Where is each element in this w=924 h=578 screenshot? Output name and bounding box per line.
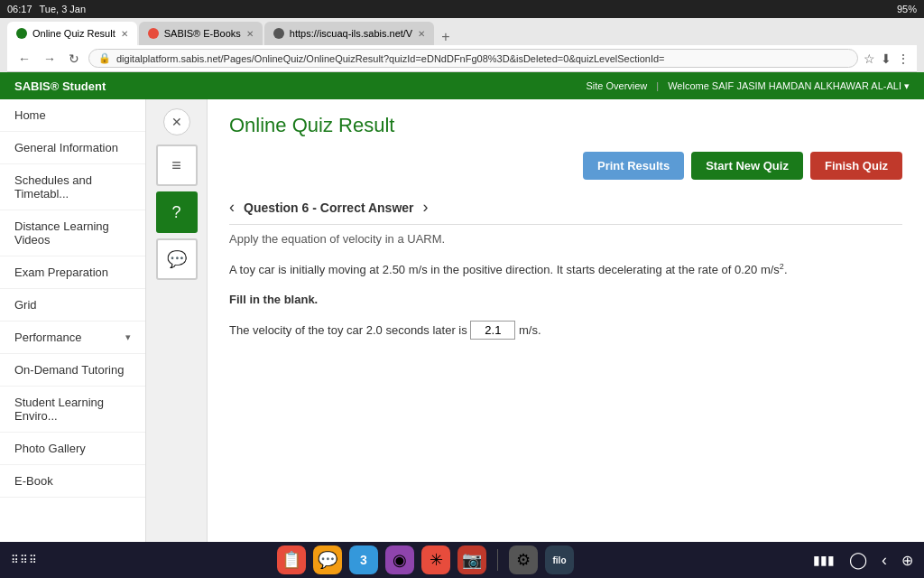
sidebar-label-general-info: General Information (14, 141, 118, 154)
taskbar-app-6[interactable]: 📷 (457, 545, 486, 574)
tab-favicon-3 (273, 28, 284, 39)
question-nav: ‹ Question 6 - Correct Answer › (229, 198, 902, 225)
sidebar-item-student-learning[interactable]: Student Learning Enviro... (0, 387, 145, 433)
tab-iscuaq[interactable]: https://iscuaq-ils.sabis.net/V ✕ (264, 22, 434, 45)
taskbar-app-3[interactable]: 3 (349, 545, 378, 574)
taskbar-nav: ▮▮▮ ◯ ‹ ⊕ (813, 550, 913, 570)
tab-close-1[interactable]: ✕ (121, 29, 128, 39)
thumbnail-box-3[interactable]: 💬 (156, 238, 198, 280)
question-text-line1: A toy car is initially moving at 2.50 m/… (229, 260, 902, 280)
sidebar-label-on-demand: On-Demand Tutoring (14, 363, 124, 377)
sidebar-item-on-demand[interactable]: On-Demand Tutoring (0, 354, 145, 387)
taskbar-settings[interactable]: ⚙ (509, 545, 538, 574)
list-icon: ≡ (171, 156, 181, 175)
sidebar-item-performance[interactable]: Performance ▾ (0, 322, 145, 354)
taskbar-grid-icon[interactable]: ▮▮▮ (813, 553, 835, 567)
question-mark-icon: ? (171, 203, 180, 222)
taskbar-app-2[interactable]: 💬 (313, 545, 342, 574)
status-date: Tue, 3 Jan (40, 4, 87, 14)
taskbar-home-icon[interactable]: ◯ (849, 550, 867, 570)
download-icon[interactable]: ⬇ (881, 51, 892, 66)
quiz-main-content: Online Quiz Result Print Results Start N… (208, 99, 924, 542)
fill-in-blank-label: Fill in the blank. (229, 291, 902, 310)
sidebar-item-general-info[interactable]: General Information (0, 132, 145, 164)
question-body: A toy car is initially moving at 2.50 m/… (229, 260, 902, 340)
main-layout: Home General Information Schedules and T… (0, 99, 924, 542)
back-button[interactable]: ← (14, 50, 34, 68)
action-buttons: Print Results Start New Quiz Finish Quiz (229, 152, 902, 180)
taskbar-back-icon[interactable]: ‹ (882, 551, 887, 570)
next-question-button[interactable]: › (423, 198, 429, 217)
sidebar-label-student-learning: Student Learning Enviro... (14, 396, 131, 423)
thumbnail-panel: ✕ ≡ ? 💬 (146, 99, 208, 542)
taskbar-app-4[interactable]: ◉ (385, 545, 414, 574)
sidebar-label-exam-prep: Exam Preparation (14, 266, 108, 279)
sidebar: Home General Information Schedules and T… (0, 99, 146, 542)
sabis-separator: | (656, 80, 659, 91)
print-results-button[interactable]: Print Results (583, 152, 684, 180)
taskbar-filo[interactable]: filo (545, 545, 574, 574)
tab-close-3[interactable]: ✕ (418, 29, 425, 39)
status-battery: 95% (897, 4, 917, 14)
thumbnail-box-1[interactable]: ≡ (156, 144, 198, 186)
chevron-down-icon: ▾ (125, 331, 131, 343)
start-new-quiz-button[interactable]: Start New Quiz (691, 152, 803, 180)
sidebar-item-photo-gallery[interactable]: Photo Gallery (0, 433, 145, 465)
sidebar-label-performance: Performance (14, 331, 81, 344)
sidebar-item-grid[interactable]: Grid (0, 289, 145, 322)
status-time: 06:17 (7, 4, 32, 14)
sidebar-label-home: Home (14, 108, 46, 122)
content-area: ✕ ≡ ? 💬 Online Quiz Result Print Results… (146, 99, 924, 542)
tab-favicon-1 (16, 28, 27, 39)
browser-chrome: Online Quiz Result ✕ SABIS® E-Books ✕ ht… (0, 18, 924, 72)
tab-ebooks[interactable]: SABIS® E-Books ✕ (139, 22, 263, 45)
sabis-brand: SABIS® Student (14, 79, 106, 93)
answer-input[interactable] (470, 321, 515, 340)
sidebar-item-schedules[interactable]: Schedules and Timetabl... (0, 164, 145, 210)
sidebar-label-grid: Grid (14, 298, 37, 312)
taskbar-divider (497, 549, 498, 571)
nav-bar: ← → ↻ 🔒 digitalplatform.sabis.net/Pages/… (7, 45, 917, 72)
question-subtitle: Apply the equation of velocity in a UARM… (229, 232, 902, 246)
taskbar-app-5[interactable]: ✳ (421, 545, 450, 574)
welcome-text[interactable]: Welcome SAIF JASIM HAMDAN ALKHAWAR AL-AL… (668, 80, 910, 92)
taskbar-dots[interactable]: ⠿⠿⠿ (11, 554, 38, 566)
lock-icon: 🔒 (98, 52, 111, 64)
tab-label-2: SABIS® E-Books (164, 28, 241, 39)
status-bar: 06:17 Tue, 3 Jan 95% (0, 0, 924, 18)
tab-close-2[interactable]: ✕ (246, 29, 254, 39)
address-bar[interactable]: 🔒 digitalplatform.sabis.net/Pages/Online… (88, 49, 858, 68)
star-icon[interactable]: ☆ (864, 51, 875, 66)
chat-icon: 💬 (167, 249, 187, 269)
sidebar-item-home[interactable]: Home (0, 99, 145, 132)
prev-question-button[interactable]: ‹ (229, 198, 235, 217)
site-overview-link[interactable]: Site Overview (586, 80, 647, 91)
sidebar-label-photo-gallery: Photo Gallery (14, 442, 86, 455)
url-text: digitalplatform.sabis.net/Pages/OnlineQu… (116, 53, 664, 64)
taskbar-apps: 📋 💬 3 ◉ ✳ 📷 ⚙ filo (277, 545, 574, 574)
sidebar-item-e-book[interactable]: E-Book (0, 465, 145, 498)
sidebar-label-schedules: Schedules and Timetabl... (14, 173, 131, 200)
reload-button[interactable]: ↻ (65, 50, 83, 68)
tab-label-3: https://iscuaq-ils.sabis.net/V (290, 28, 412, 39)
sidebar-item-distance-learning[interactable]: Distance Learning Videos (0, 210, 145, 256)
tab-label-1: Online Quiz Result (32, 28, 116, 39)
forward-button[interactable]: → (40, 50, 60, 68)
tab-online-quiz-result[interactable]: Online Quiz Result ✕ (7, 22, 137, 45)
question-title: Question 6 - Correct Answer (244, 200, 414, 215)
page-title: Online Quiz Result (229, 114, 902, 137)
sidebar-label-distance-learning: Distance Learning Videos (14, 219, 131, 247)
taskbar-app-1[interactable]: 📋 (277, 545, 306, 574)
menu-icon[interactable]: ⋮ (897, 51, 910, 66)
tabs-row: Online Quiz Result ✕ SABIS® E-Books ✕ ht… (7, 22, 917, 45)
sabis-bar: SABIS® Student Site Overview | Welcome S… (0, 72, 924, 99)
sidebar-item-exam-prep[interactable]: Exam Preparation (0, 256, 145, 289)
thumbnail-close-button[interactable]: ✕ (163, 108, 190, 135)
tab-favicon-2 (148, 28, 159, 39)
taskbar-accessibility-icon[interactable]: ⊕ (901, 552, 913, 569)
new-tab-button[interactable]: + (436, 29, 455, 45)
close-icon: ✕ (171, 115, 182, 129)
thumbnail-box-2[interactable]: ? (156, 191, 198, 233)
finish-quiz-button[interactable]: Finish Quiz (810, 152, 902, 180)
sidebar-label-e-book: E-Book (14, 474, 53, 488)
